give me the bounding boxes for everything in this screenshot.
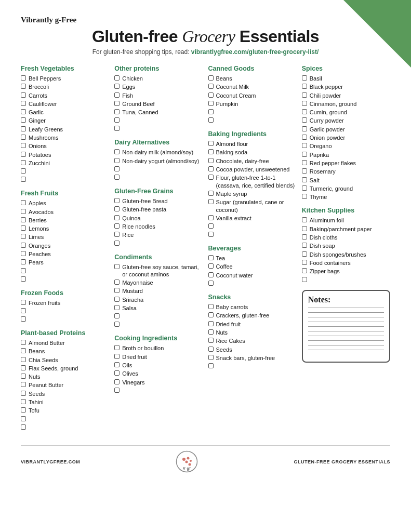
checkbox[interactable] — [302, 194, 307, 199]
checkbox[interactable] — [114, 84, 120, 89]
checkbox[interactable] — [114, 288, 120, 293]
checkbox[interactable] — [114, 379, 120, 384]
checkbox[interactable] — [302, 126, 307, 131]
checkbox[interactable] — [21, 382, 26, 387]
checkbox[interactable] — [114, 264, 120, 269]
checkbox[interactable] — [114, 388, 120, 393]
checkbox[interactable] — [302, 135, 307, 140]
checkbox[interactable] — [21, 357, 26, 362]
checkbox[interactable] — [21, 160, 26, 165]
checkbox[interactable] — [302, 217, 307, 222]
checkbox[interactable] — [114, 345, 120, 350]
checkbox[interactable] — [21, 416, 26, 421]
checkbox[interactable] — [302, 101, 307, 106]
checkbox[interactable] — [208, 92, 214, 98]
checkbox[interactable] — [114, 297, 120, 302]
checkbox[interactable] — [21, 391, 26, 396]
checkbox[interactable] — [114, 280, 120, 285]
checkbox[interactable] — [208, 215, 214, 220]
checkbox[interactable] — [21, 424, 26, 430]
checkbox[interactable] — [208, 338, 214, 343]
checkbox[interactable] — [208, 101, 214, 106]
checkbox[interactable] — [114, 322, 120, 327]
checkbox[interactable] — [208, 304, 214, 309]
checkbox[interactable] — [114, 215, 120, 220]
checkbox[interactable] — [21, 217, 26, 222]
checkbox[interactable] — [114, 175, 120, 180]
checkbox[interactable] — [208, 232, 214, 237]
checkbox[interactable] — [21, 135, 26, 140]
checkbox[interactable] — [21, 268, 26, 273]
checkbox[interactable] — [208, 199, 214, 204]
checkbox[interactable] — [21, 365, 26, 370]
checkbox[interactable] — [208, 191, 214, 196]
checkbox[interactable] — [21, 407, 26, 413]
checkbox[interactable] — [114, 149, 120, 154]
checkbox[interactable] — [302, 160, 307, 165]
checkbox[interactable] — [21, 243, 26, 248]
checkbox[interactable] — [208, 109, 214, 114]
checkbox[interactable] — [21, 300, 26, 305]
checkbox[interactable] — [208, 312, 214, 317]
checkbox[interactable] — [114, 241, 120, 246]
checkbox[interactable] — [302, 185, 307, 191]
checkbox[interactable] — [114, 198, 120, 203]
checkbox[interactable] — [114, 101, 120, 106]
checkbox[interactable] — [21, 143, 26, 148]
checkbox[interactable] — [208, 223, 214, 229]
checkbox[interactable] — [302, 260, 307, 265]
checkbox[interactable] — [208, 158, 214, 163]
checkbox[interactable] — [21, 152, 26, 157]
checkbox[interactable] — [114, 223, 120, 229]
checkbox[interactable] — [302, 177, 307, 182]
checkbox[interactable] — [21, 276, 26, 282]
checkbox[interactable] — [208, 347, 214, 352]
checkbox[interactable] — [208, 321, 214, 326]
checkbox[interactable] — [21, 308, 26, 313]
checkbox[interactable] — [21, 259, 26, 264]
checkbox[interactable] — [21, 200, 26, 205]
checkbox[interactable] — [208, 272, 214, 277]
checkbox[interactable] — [208, 329, 214, 335]
checkbox[interactable] — [21, 168, 26, 174]
checkbox[interactable] — [208, 255, 214, 260]
checkbox[interactable] — [114, 362, 120, 367]
checkbox[interactable] — [302, 109, 307, 114]
checkbox[interactable] — [302, 75, 307, 81]
checkbox[interactable] — [302, 251, 307, 257]
checkbox[interactable] — [21, 399, 26, 404]
checkbox[interactable] — [302, 268, 307, 273]
checkbox[interactable] — [21, 126, 26, 131]
checkbox[interactable] — [21, 348, 26, 353]
checkbox[interactable] — [208, 149, 214, 154]
checkbox[interactable] — [21, 109, 26, 114]
checkbox[interactable] — [114, 117, 120, 123]
checkbox[interactable] — [208, 363, 214, 368]
checkbox[interactable] — [114, 166, 120, 171]
checkbox[interactable] — [114, 232, 120, 237]
checkbox[interactable] — [302, 226, 307, 231]
checkbox[interactable] — [21, 177, 26, 182]
checkbox[interactable] — [302, 168, 307, 174]
checkbox[interactable] — [114, 92, 120, 98]
checkbox[interactable] — [208, 166, 214, 171]
checkbox[interactable] — [21, 316, 26, 322]
checkbox[interactable] — [208, 84, 214, 89]
checkbox[interactable] — [21, 209, 26, 214]
checkbox[interactable] — [302, 84, 307, 89]
checkbox[interactable] — [208, 281, 214, 286]
checkbox[interactable] — [302, 117, 307, 123]
checkbox[interactable] — [114, 354, 120, 359]
checkbox[interactable] — [21, 75, 26, 81]
checkbox[interactable] — [114, 126, 120, 131]
checkbox[interactable] — [302, 152, 307, 157]
checkbox[interactable] — [208, 175, 214, 180]
checkbox[interactable] — [114, 75, 120, 81]
checkbox[interactable] — [302, 92, 307, 98]
checkbox[interactable] — [208, 263, 214, 269]
checkbox[interactable] — [114, 206, 120, 211]
checkbox[interactable] — [21, 340, 26, 345]
checkbox[interactable] — [302, 143, 307, 148]
checkbox[interactable] — [21, 101, 26, 106]
checkbox[interactable] — [21, 234, 26, 239]
